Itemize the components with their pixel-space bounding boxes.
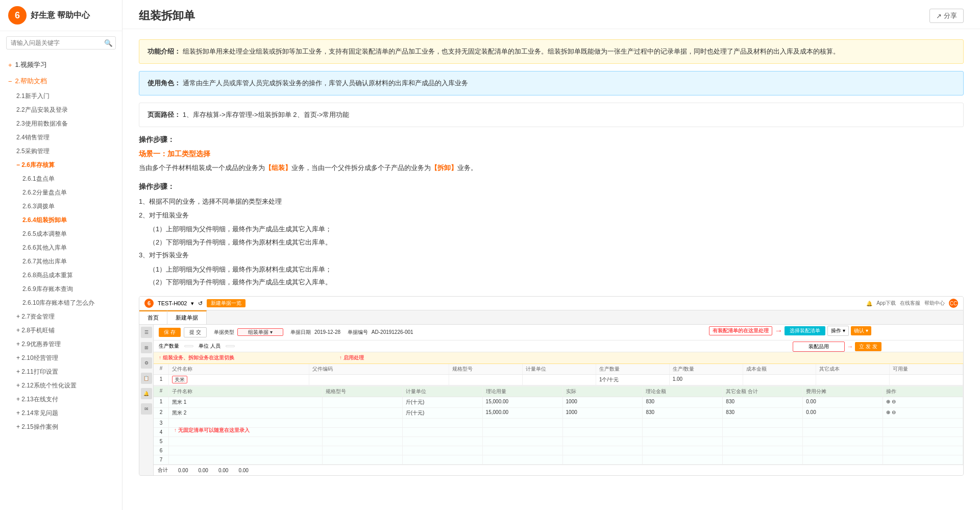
sidebar-item-2-6-1[interactable]: 2.6.1盘点单 [0, 172, 122, 186]
sc-help-center: 帮助中心 [924, 300, 945, 307]
sidebar-item-2-6-4[interactable]: 2.6.4组装拆卸单 [0, 213, 122, 227]
sc-cell-actual-1: 1.00 [670, 375, 743, 385]
sc-cell-prod-1: 1个/十元 [596, 375, 670, 385]
sidebar-item-2-1[interactable]: 2.1新手入门 [0, 89, 122, 103]
sc-sub-spec-3 [323, 419, 403, 427]
sc-sub-theory-1: 15,000.00 [483, 397, 563, 407]
sidebar-item-2-6-7[interactable]: 2.6.7其他出库单 [0, 255, 122, 269]
share-icon: ↗ [936, 12, 942, 20]
search-button[interactable]: 🔍 [104, 39, 113, 47]
sc-no-value: AD-20191226-001 [372, 329, 413, 335]
sidebar-item-2-6[interactable]: − 2.6库存核算 [0, 158, 122, 172]
sc-total-v4: 0.00 [238, 468, 248, 473]
sc-sub-alloc-3 [803, 419, 883, 427]
search-box: 🔍 [6, 36, 116, 50]
sc-sub-no-5: 5 [154, 437, 169, 446]
sc-unit-label: 单位 人员 [199, 343, 220, 350]
search-input[interactable] [6, 36, 116, 50]
sc-col-spec: 规格型号 [449, 364, 523, 374]
sc-sub-tamt-1: 830 [643, 397, 723, 407]
sc-main-area: 保 存 提 交 单据类型 组装单据 ▾ 单据日期 2019-12-28 [154, 325, 963, 475]
sidebar-item-2-7[interactable]: + 2.7资金管理 [0, 310, 122, 324]
sidebar-item-2-9[interactable]: + 2.9优惠券管理 [0, 337, 122, 351]
sc-sidebar-icons: ☰ ⊞ ⚙ 📋 🔔 ✉ [139, 325, 154, 475]
sidebar-item-2-6-2[interactable]: 2.6.2分量盘点单 [0, 186, 122, 200]
sidebar-item-2-2[interactable]: 2.2产品安装及登录 [0, 103, 122, 117]
role-intro-block: 使用角色： 通常由生产人员或库管人员完成拆装业务的操作，库管人员确认原材料的出库… [139, 71, 964, 95]
sc-tabbar: 首页 新建单据 [139, 310, 963, 325]
sc-tab-home[interactable]: 首页 [139, 310, 167, 324]
sidebar-item-2-5[interactable]: 2.5采购管理 [0, 144, 122, 158]
sc-sub-col-other-amt: 其它金额 合计 [723, 386, 803, 397]
sc-sub-col-theory-amt: 理论金额 [643, 386, 723, 397]
sidebar-item-2-14[interactable]: + 2.14常见问题 [0, 406, 122, 420]
sc-app-download: App下载 [876, 300, 896, 307]
sidebar-item-2-6-3[interactable]: 2.6.3调拨单 [0, 200, 122, 213]
sc-sub-row-4: 4 [154, 428, 963, 437]
sc-sub-no-2: 2 [154, 408, 169, 418]
sc-sub-tamt-2: 830 [643, 408, 723, 418]
sc-bom-btn[interactable]: 选择装配清单 [785, 326, 825, 335]
sc-tab-new[interactable]: 新建单据 [167, 310, 207, 324]
sc-icon-1: ☰ [141, 327, 152, 338]
sidebar-item-2-13[interactable]: + 2.13在线支付 [0, 393, 122, 406]
sc-bell-icon: 🔔 [866, 301, 872, 306]
sc-date-value: 2019-12-28 [314, 329, 340, 335]
sc-sub-col-name: 子件名称 [169, 386, 323, 397]
sidebar-item-2-3[interactable]: 2.3使用前数据准备 [0, 117, 122, 131]
sidebar-item-2-8[interactable]: + 2.8手机旺铺 [0, 324, 122, 337]
sc-doc-header-wrapper: 保 存 提 交 单据类型 组装单据 ▾ 单据日期 2019-12-28 [154, 325, 963, 364]
sidebar-item-2-10[interactable]: + 2.10经营管理 [0, 351, 122, 365]
sc-bom-input[interactable]: 装配品用 [793, 342, 845, 352]
sc-sub-col-no: # [154, 386, 169, 397]
sidebar-item-1[interactable]: + 1.视频学习 [0, 57, 122, 73]
sc-sub-oamt-2: 830 [723, 408, 803, 418]
sc-sub-no-1: 1 [154, 397, 169, 407]
sc-sub-col-unit: 计量单位 [403, 386, 483, 397]
sc-new-btn[interactable]: 新建单据一览 [207, 299, 246, 307]
sc-avatar: CC [949, 299, 958, 308]
sc-sub-ops-3 [883, 419, 963, 427]
ops-title: 操作步骤： [139, 135, 964, 144]
main-content-area: 组装拆卸单 ↗ 分享 功能介绍： 组装拆卸单用来处理企业组装或拆卸等加工业务，支… [122, 0, 980, 510]
collapse-icon: − [8, 78, 12, 85]
sc-sub-row-7: 7 [154, 455, 963, 465]
sc-parent-name-input[interactable]: 关米 [172, 376, 187, 383]
sc-sub-no-7: 7 [154, 455, 169, 464]
sc-apply-btn[interactable]: 立 发 发 [855, 342, 881, 351]
sc-type-select[interactable]: 组装单据 ▾ [237, 328, 283, 336]
sidebar-item-2-6-9[interactable]: 2.6.9库存账本查询 [0, 282, 122, 296]
sidebar-item-2-11[interactable]: + 2.11打印设置 [0, 365, 122, 379]
nav-label-1: 1.视频学习 [15, 60, 47, 69]
share-button[interactable]: ↗ 分享 [929, 9, 964, 23]
sc-ops-btn[interactable]: 操作 ▾ [827, 326, 849, 336]
sidebar-item-2-15[interactable]: + 2.15操作案例 [0, 420, 122, 434]
sc-total-v3: 0.00 [218, 468, 228, 473]
sc-sub-unit-3 [403, 419, 483, 427]
sc-date-field: 单据日期 2019-12-28 [290, 329, 340, 336]
sidebar-item-2-6-8[interactable]: 2.6.8商品成本重算 [0, 269, 122, 282]
role-label: 使用角色： [148, 79, 181, 87]
sc-no-field: 单据编号 AD-20191226-001 [348, 329, 413, 336]
sc-save-btn[interactable]: 保 存 [159, 328, 181, 337]
sc-submit-btn[interactable]: 提 交 [184, 327, 207, 337]
sidebar-item-2-6-6[interactable]: 2.6.6其他入库单 [0, 241, 122, 255]
sc-icon-6: ✉ [141, 403, 152, 415]
sidebar-item-2[interactable]: − 2.帮助文档 [0, 73, 122, 89]
sc-col-other-cost: 其它成本 [816, 364, 890, 374]
sidebar-item-2-6-10[interactable]: 2.6.10库存账本错了怎么办 [0, 296, 122, 310]
sc-col-code: 父件编码 [309, 364, 450, 374]
nav-label-2-6: − 2.6库存核算 [16, 161, 55, 169]
sc-qty-input[interactable] [184, 345, 193, 347]
sidebar-item-2-4[interactable]: 2.4销售管理 [0, 131, 122, 144]
sc-sub-unit-2: 斤(十元) [403, 408, 483, 418]
path-text: 1、库存核算->库存管理->组装拆卸单 2、首页->常用功能 [183, 111, 350, 118]
sc-confirm-btn[interactable]: 确认 ▾ [851, 326, 871, 335]
sidebar-item-2-12[interactable]: + 2.12系统个性化设置 [0, 379, 122, 393]
screenshot-mockup: 6 TEST-H002 ▾ ↺ 新建单据一览 🔔 App下载 在线客服 帮助中心… [139, 296, 964, 476]
sc-cell-no-1: 1 [154, 375, 169, 385]
sc-logo: 6 [144, 299, 154, 308]
sc-sub-oamt-3 [723, 419, 803, 427]
sc-unit-input[interactable] [226, 345, 235, 347]
sidebar-item-2-6-5[interactable]: 2.6.5成本调整单 [0, 227, 122, 241]
